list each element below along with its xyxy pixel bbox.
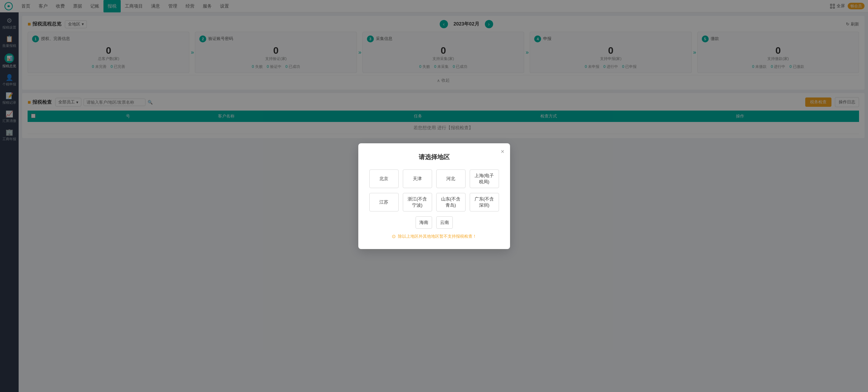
region-row2: 江苏浙江(不含宁波)山东(不含青岛)广东(不含深圳) <box>369 193 499 212</box>
region-btn-浙江(不含宁波)[interactable]: 浙江(不含宁波) <box>403 193 432 212</box>
region-warning: ⊙ 除以上地区外其他地区暂不支持报税检查！ <box>369 234 499 239</box>
region-btn-山东(不含青岛)[interactable]: 山东(不含青岛) <box>436 193 466 212</box>
region-row3: 海南云南 <box>369 216 499 229</box>
region-btn-河北[interactable]: 河北 <box>436 169 466 188</box>
region-btn-江苏[interactable]: 江苏 <box>369 193 399 212</box>
region-btn-海南[interactable]: 海南 <box>416 216 432 229</box>
region-row1: 北京天津河北上海(电子税局) <box>369 169 499 188</box>
region-btn-广东(不含深圳)[interactable]: 广东(不含深圳) <box>470 193 499 212</box>
modal-title: 请选择地区 <box>369 153 499 161</box>
region-btn-上海(电子税局)[interactable]: 上海(电子税局) <box>470 169 499 188</box>
region-btn-天津[interactable]: 天津 <box>403 169 432 188</box>
modal-close-btn[interactable]: × <box>501 148 505 155</box>
warning-icon: ⊙ <box>392 234 396 239</box>
region-btn-北京[interactable]: 北京 <box>369 169 399 188</box>
modal-overlay[interactable]: × 请选择地区 北京天津河北上海(电子税局) 江苏浙江(不含宁波)山东(不含青岛… <box>0 0 868 392</box>
region-modal: × 请选择地区 北京天津河北上海(电子税局) 江苏浙江(不含宁波)山东(不含青岛… <box>358 143 510 249</box>
region-btn-云南[interactable]: 云南 <box>436 216 453 229</box>
